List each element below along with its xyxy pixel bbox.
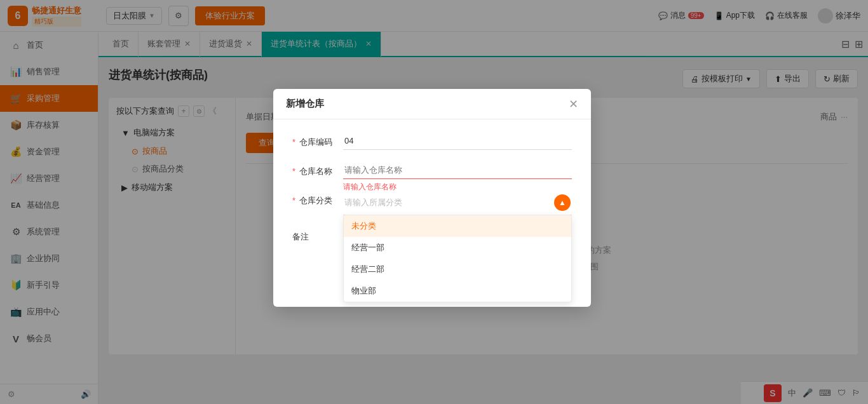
warehouse-name-input[interactable] bbox=[343, 161, 572, 179]
warehouse-category-label: * 仓库分类 bbox=[292, 191, 343, 206]
warehouse-category-row: * 仓库分类 请输入所属分类 ▲ 未分类 经营一部 经营二部 物业部 bbox=[292, 191, 572, 215]
warehouse-category-field: 请输入所属分类 ▲ 未分类 经营一部 经营二部 物业部 bbox=[343, 191, 572, 215]
warehouse-name-row: * 仓库名称 请输入仓库名称 bbox=[292, 161, 572, 179]
warehouse-code-field bbox=[343, 132, 572, 150]
category-toggle-icon[interactable]: ▲ bbox=[554, 194, 571, 211]
dropdown-item-dept1[interactable]: 经营一部 bbox=[344, 237, 571, 259]
dialog-body: * 仓库编码 * 仓库名称 请输入仓库名称 * 仓库分类 bbox=[273, 119, 591, 269]
new-warehouse-dialog: 新增仓库 ✕ * 仓库编码 * 仓库名称 请输入仓库名称 bbox=[273, 89, 591, 307]
warehouse-code-label: * 仓库编码 bbox=[292, 132, 343, 148]
warehouse-notes-label: 备注 bbox=[292, 227, 343, 243]
warehouse-code-row: * 仓库编码 bbox=[292, 132, 572, 150]
dropdown-item-dept3[interactable]: 物业部 bbox=[344, 280, 571, 302]
dialog-title: 新增仓库 bbox=[286, 98, 324, 110]
dropdown-item-dept2[interactable]: 经营二部 bbox=[344, 259, 571, 280]
dialog-header: 新增仓库 ✕ bbox=[273, 89, 591, 119]
warehouse-name-field: 请输入仓库名称 bbox=[343, 161, 572, 179]
category-dropdown: 未分类 经营一部 经营二部 物业部 bbox=[343, 215, 572, 302]
dialog-close-button[interactable]: ✕ bbox=[569, 98, 578, 110]
warehouse-code-input[interactable] bbox=[343, 132, 572, 150]
warehouse-name-label: * 仓库名称 bbox=[292, 161, 343, 177]
dropdown-item-uncategorized[interactable]: 未分类 bbox=[344, 215, 571, 237]
warehouse-category-select[interactable]: 请输入所属分类 ▲ bbox=[343, 191, 572, 215]
